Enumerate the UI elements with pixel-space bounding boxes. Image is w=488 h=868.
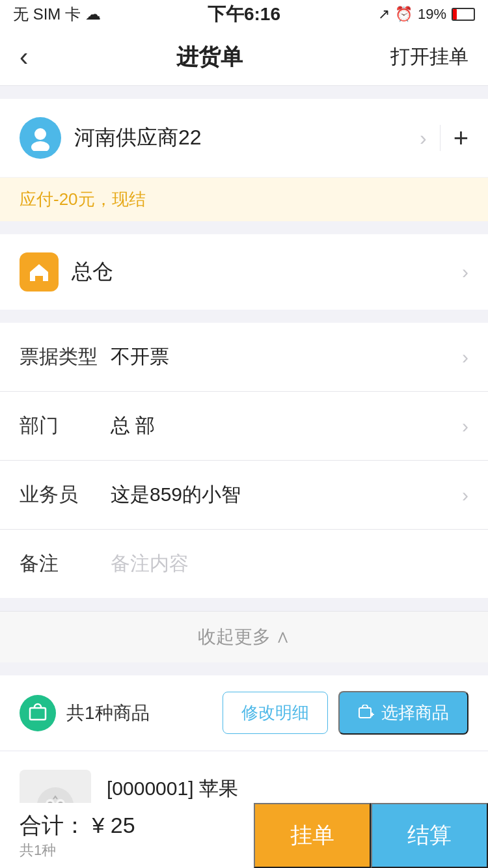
page-title: 进货单	[176, 42, 243, 72]
supplier-notice: 应付-20元，现结	[0, 178, 488, 221]
remark-input[interactable]: 备注内容	[111, 550, 468, 577]
product-icon	[20, 695, 56, 731]
warehouse-icon	[20, 252, 59, 292]
svg-point-1	[31, 141, 49, 151]
select-product-icon	[358, 705, 375, 722]
total-value: ¥ 25	[92, 813, 135, 837]
salesperson-chevron-icon: ›	[462, 484, 468, 506]
svg-point-0	[34, 128, 46, 140]
person-icon	[27, 125, 53, 151]
sim-status: 无 SIM 卡 ☁	[13, 4, 101, 25]
status-left: 无 SIM 卡 ☁	[13, 4, 101, 25]
total-section: 合计： ¥ 25 共1种	[0, 803, 254, 868]
supplier-divider	[440, 125, 441, 151]
supplier-avatar	[20, 117, 61, 159]
alarm-icon: ⏰	[395, 6, 413, 23]
nav-bar: ‹ 进货单 打开挂单	[0, 29, 488, 86]
status-time: 下午6:16	[208, 2, 280, 27]
modify-detail-button[interactable]: 修改明细	[223, 692, 328, 734]
select-product-button[interactable]: 选择商品	[338, 691, 468, 735]
supplier-section: 河南供应商22 › + 应付-20元，现结	[0, 99, 488, 221]
supplier-row: 河南供应商22 › +	[0, 99, 488, 178]
select-product-label: 选择商品	[381, 701, 449, 724]
product-code: [0000001]	[107, 778, 193, 799]
invoice-type-row[interactable]: 票据类型 不开票 ›	[0, 323, 488, 392]
home-icon	[27, 260, 51, 284]
back-button[interactable]: ‹	[20, 42, 28, 72]
add-supplier-button[interactable]: +	[454, 124, 468, 153]
remark-label: 备注	[20, 550, 111, 577]
checkout-button[interactable]: 结算	[371, 803, 488, 868]
status-bar: 无 SIM 卡 ☁ 下午6:16 ↗ ⏰ 19%	[0, 0, 488, 29]
department-chevron-icon: ›	[462, 415, 468, 437]
invoice-type-chevron-icon: ›	[462, 346, 468, 368]
remark-row[interactable]: 备注 备注内容	[0, 530, 488, 598]
battery-icon	[452, 8, 475, 21]
product-header: 共1种商品 修改明细 选择商品	[0, 675, 488, 750]
department-row[interactable]: 部门 总 部 ›	[0, 392, 488, 461]
total-label: 合计：	[20, 813, 86, 837]
supplier-name[interactable]: 河南供应商22	[74, 124, 420, 152]
form-section: 票据类型 不开票 › 部门 总 部 › 业务员 这是859的小智 › 备注 备注…	[0, 323, 488, 598]
invoice-type-label: 票据类型	[20, 344, 111, 370]
total-sub-label: 共1种	[20, 841, 234, 860]
battery-label: 19%	[418, 6, 446, 23]
pend-button[interactable]: 挂单	[254, 803, 371, 868]
supplier-chevron-icon: ›	[420, 126, 427, 150]
collapse-bar[interactable]: 收起更多 ∧	[0, 611, 488, 662]
salesperson-value: 这是859的小智	[111, 481, 462, 508]
product-name: [0000001] 苹果	[107, 776, 439, 802]
warehouse-section[interactable]: 总仓 ›	[0, 234, 488, 310]
department-value: 总 部	[111, 413, 462, 439]
status-right: ↗ ⏰ 19%	[378, 6, 475, 23]
product-count-label: 共1种商品	[66, 701, 223, 726]
warehouse-label: 总仓	[72, 258, 462, 286]
warehouse-chevron-icon: ›	[462, 261, 468, 283]
cart-icon	[27, 703, 48, 724]
location-icon: ↗	[378, 6, 390, 23]
department-label: 部门	[20, 413, 111, 439]
invoice-type-value: 不开票	[111, 344, 462, 370]
open-pending-button[interactable]: 打开挂单	[390, 44, 468, 70]
warehouse-row[interactable]: 总仓 ›	[0, 234, 488, 310]
product-title: 苹果	[199, 778, 238, 799]
salesperson-row[interactable]: 业务员 这是859的小智 ›	[0, 461, 488, 530]
svg-rect-3	[359, 708, 371, 718]
svg-rect-2	[30, 708, 46, 720]
total-amount: 合计： ¥ 25	[20, 811, 234, 841]
salesperson-label: 业务员	[20, 481, 111, 508]
bottom-bar: 合计： ¥ 25 共1种 挂单 结算	[0, 803, 488, 868]
